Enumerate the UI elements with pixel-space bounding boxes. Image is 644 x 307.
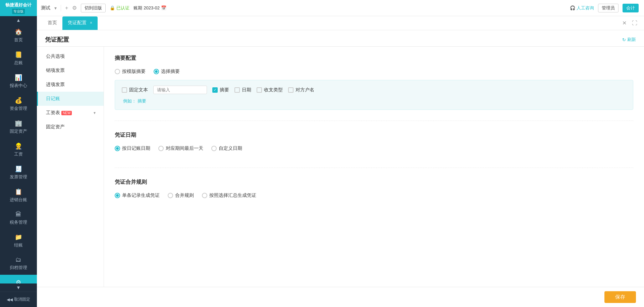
sidebar-item-archive[interactable]: 🗂 归档管理 xyxy=(0,252,37,275)
scroll-up-arrow[interactable]: ▲ xyxy=(0,16,37,24)
example-prefix: 例如： xyxy=(123,98,136,103)
checkbox-date[interactable]: 日期 xyxy=(234,87,251,93)
project-name[interactable]: 测试 xyxy=(41,5,50,11)
sidebar-scroll: 🏠 首页 📒 总账 📊 报表中心 💰 资金管理 🏢 固定资产 👷 工资 xyxy=(0,24,37,283)
accountant-btn[interactable]: 会计 xyxy=(623,4,639,12)
merge-radio-rule-label: 合并规则 xyxy=(175,192,194,199)
tab-active-label: 凭证配置 xyxy=(68,20,87,25)
tab-close-btn[interactable]: × xyxy=(90,20,92,25)
nav-item-purchase-invoice[interactable]: 进项发票 xyxy=(37,78,104,92)
sidebar-item-ledger[interactable]: 📒 总账 xyxy=(0,47,37,70)
shield-icon: 🔒 xyxy=(110,5,115,10)
sidebar-item-closing[interactable]: 📁 结账 xyxy=(0,229,37,252)
sidebar-item-home[interactable]: 🏠 首页 xyxy=(0,24,37,47)
page-title: 凭证配置 xyxy=(45,36,69,44)
page-content: 凭证配置 ↻ 刷新 公共选项 销项发票 进项发票 xyxy=(37,30,644,307)
scroll-down-arrow[interactable]: ▼ xyxy=(0,283,37,292)
nav-item-public[interactable]: 公共选项 xyxy=(37,49,104,63)
merge-radio-single[interactable]: 单条记录生成凭证 xyxy=(115,192,160,199)
nav-label-fixed-assets: 固定资产 xyxy=(46,124,65,129)
sidebar-item-tax[interactable]: 🏛 税务管理 xyxy=(0,207,37,229)
summary-config-title: 摘要配置 xyxy=(115,55,633,62)
nav-label-purchase-invoice: 进项发票 xyxy=(46,82,65,87)
left-nav: 公共选项 销项发票 进项发票 日记账 工资表 NEW ▾ xyxy=(37,47,104,287)
funds-icon: 💰 xyxy=(15,97,22,104)
pin-sidebar-btn[interactable]: ◀◀ 取消固定 xyxy=(3,295,34,304)
radio-circle-summary xyxy=(202,193,207,198)
voucher-date-section: 凭证日期 按日记账日期 对应期间最后一天 xyxy=(115,132,633,168)
salary-icon: 👷 xyxy=(15,142,22,150)
sidebar-item-funds[interactable]: 💰 资金管理 xyxy=(0,93,37,116)
sidebar-item-reports[interactable]: 📊 报表中心 xyxy=(0,70,37,93)
summary-config-box: 固定文本 ✓ 摘要 日期 xyxy=(115,80,633,110)
consult-btn[interactable]: 🎧 人工咨询 xyxy=(570,5,594,11)
checkbox-fixed-text[interactable]: 固定文本 xyxy=(122,87,148,93)
main-layout: ▲ 🏠 首页 📒 总账 📊 报表中心 💰 资金管理 🏢 固定资产 xyxy=(0,16,644,307)
new-badge: NEW xyxy=(61,111,72,115)
tab-voucher-config[interactable]: 凭证配置 × xyxy=(62,16,98,30)
date-radio-last-day[interactable]: 对应期间最后一天 xyxy=(158,145,203,151)
switch-old-btn[interactable]: 切到旧版 xyxy=(81,4,106,12)
merge-rule-radio-group: 单条记录生成凭证 合并规则 按照选择汇总生成凭证 xyxy=(115,192,633,199)
sidebar-label-home: 首页 xyxy=(14,37,23,43)
manager-btn[interactable]: 管理员 xyxy=(598,4,619,12)
nav-item-sales-invoice[interactable]: 销项发票 xyxy=(37,63,104,78)
right-content: 摘要配置 按模版摘要 选择摘要 xyxy=(104,47,644,287)
dropdown-icon[interactable]: ▾ xyxy=(54,5,57,11)
merge-radio-summary-label: 按照选择汇总生成凭证 xyxy=(209,192,256,199)
tax-icon: 🏛 xyxy=(15,211,21,218)
tab-close-icon[interactable]: ✕ xyxy=(621,18,628,28)
tab-home[interactable]: 首页 xyxy=(42,16,62,30)
sidebar-label-sales: 进销台账 xyxy=(10,197,27,203)
checkbox-summary[interactable]: ✓ 摘要 xyxy=(212,87,229,93)
merge-radio-summary[interactable]: 按照选择汇总生成凭证 xyxy=(202,192,256,199)
nav-item-fixed-assets[interactable]: 固定资产 xyxy=(37,120,104,134)
sidebar-item-settings[interactable]: ⚙ 设置 xyxy=(0,275,37,283)
summary-radio-group: 按模版摘要 选择摘要 xyxy=(115,69,633,75)
closing-icon: 📁 xyxy=(15,233,22,241)
fixed-text-input[interactable] xyxy=(153,86,207,94)
add-project-icon[interactable]: + xyxy=(65,5,68,11)
nav-item-journal[interactable]: 日记账 xyxy=(37,92,104,106)
settings-icon[interactable]: ⚙ xyxy=(72,5,77,11)
refresh-label: 刷新 xyxy=(627,37,636,43)
nav-label-sales-invoice: 销项发票 xyxy=(46,68,65,73)
save-btn[interactable]: 保存 xyxy=(604,291,636,303)
consult-label: 人工咨询 xyxy=(577,5,594,11)
sidebar-item-salary[interactable]: 👷 工资 xyxy=(0,138,37,161)
period-display: 账期 2023-02 📅 xyxy=(133,5,166,11)
voucher-date-radio-group: 按日记账日期 对应期间最后一天 自定义日期 xyxy=(115,145,633,151)
date-radio-custom[interactable]: 自定义日期 xyxy=(211,145,242,151)
checkbox-income-type[interactable]: 收支类型 xyxy=(257,87,283,93)
checkbox-box-counterpart xyxy=(288,87,293,93)
calendar-icon[interactable]: 📅 xyxy=(161,5,166,10)
summary-radio-template[interactable]: 按模版摘要 xyxy=(115,69,146,75)
chevron-icon: ▾ xyxy=(94,111,96,115)
sidebar-item-assets[interactable]: 🏢 固定资产 xyxy=(0,116,37,138)
sidebar-item-invoice[interactable]: 🧾 发票管理 xyxy=(0,161,37,184)
radio-circle-journal xyxy=(115,146,120,151)
date-radio-journal[interactable]: 按日记账日期 xyxy=(115,145,150,151)
app-logo: 畅捷通好会计 专业版 xyxy=(0,0,37,16)
sidebar-item-sales[interactable]: 📋 进销台账 xyxy=(0,184,37,207)
tab-bar-right: ✕ ⛶ xyxy=(621,18,639,28)
divider-1 xyxy=(61,5,61,11)
home-icon: 🏠 xyxy=(15,28,22,36)
radio-circle-select xyxy=(154,69,159,74)
summary-radio-select[interactable]: 选择摘要 xyxy=(154,69,180,75)
date-radio-journal-label: 按日记账日期 xyxy=(122,145,150,151)
logo-main-text: 畅捷通好会计 xyxy=(5,2,32,8)
nav-label-payroll: 工资表 xyxy=(46,110,60,116)
fixed-text-label: 固定文本 xyxy=(129,87,148,93)
sales-icon: 📋 xyxy=(15,188,22,195)
radio-circle-rule xyxy=(168,193,173,198)
merge-radio-rule[interactable]: 合并规则 xyxy=(168,192,194,199)
sidebar-label-invoice: 发票管理 xyxy=(10,174,27,180)
tab-fullscreen-icon[interactable]: ⛶ xyxy=(631,19,639,28)
page-header: 凭证配置 ↻ 刷新 xyxy=(37,30,644,47)
sidebar-label-tax: 税务管理 xyxy=(10,219,27,225)
refresh-btn[interactable]: ↻ 刷新 xyxy=(622,37,636,43)
nav-item-payroll[interactable]: 工资表 NEW ▾ xyxy=(37,106,104,120)
invoice-icon: 🧾 xyxy=(15,165,22,173)
checkbox-counterpart[interactable]: 对方户名 xyxy=(288,87,314,93)
